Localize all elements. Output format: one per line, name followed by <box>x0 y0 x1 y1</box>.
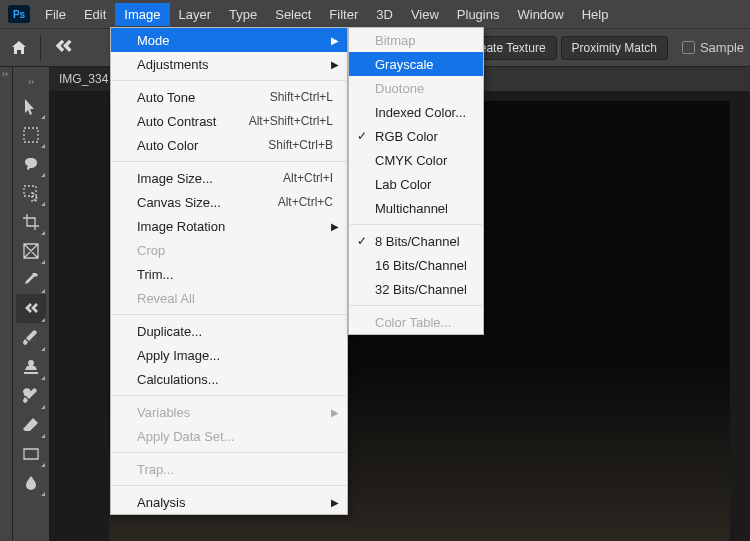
menu-plugins[interactable]: Plugins <box>448 3 509 26</box>
image-menu-auto-tone[interactable]: Auto ToneShift+Ctrl+L <box>111 85 347 109</box>
menu-item-shortcut: Alt+Shift+Ctrl+L <box>249 114 333 128</box>
image-menu-adjustments[interactable]: Adjustments▶ <box>111 52 347 76</box>
image-menu-crop: Crop <box>111 238 347 262</box>
menu-item-label: Variables <box>137 405 333 420</box>
image-menu-apply-image[interactable]: Apply Image... <box>111 343 347 367</box>
menu-item-label: 8 Bits/Channel <box>375 234 469 249</box>
menu-item-label: Color Table... <box>375 315 469 330</box>
menu-item-label: Canvas Size... <box>137 195 278 210</box>
image-menu-image-size[interactable]: Image Size...Alt+Ctrl+I <box>111 166 347 190</box>
mode-menu-16-bits-channel[interactable]: 16 Bits/Channel <box>349 253 483 277</box>
menu-item-label: Trap... <box>137 462 333 477</box>
image-menu-calculations[interactable]: Calculations... <box>111 367 347 391</box>
mode-menu-rgb-color[interactable]: ✓RGB Color <box>349 124 483 148</box>
image-menu-auto-contrast[interactable]: Auto ContrastAlt+Shift+Ctrl+L <box>111 109 347 133</box>
tool-eraser[interactable] <box>16 410 46 439</box>
submenu-arrow-icon: ▶ <box>331 407 339 418</box>
tool-stamp[interactable] <box>16 352 46 381</box>
tool-healing[interactable] <box>16 294 46 323</box>
image-menu-analysis[interactable]: Analysis▶ <box>111 490 347 514</box>
check-icon: ✓ <box>357 129 367 143</box>
menu-item-label: Trim... <box>137 267 333 282</box>
mode-menu-multichannel[interactable]: Multichannel <box>349 196 483 220</box>
sample-checkbox[interactable]: Sample <box>682 40 744 55</box>
menu-item-label: Grayscale <box>375 57 469 72</box>
chevron-right-icon: ›› <box>28 77 34 87</box>
mode-menu-8-bits-channel[interactable]: ✓8 Bits/Channel <box>349 229 483 253</box>
chevron-right-icon: ›› <box>0 67 12 81</box>
image-menu-canvas-size[interactable]: Canvas Size...Alt+Ctrl+C <box>111 190 347 214</box>
menu-file[interactable]: File <box>36 3 75 26</box>
menu-help[interactable]: Help <box>573 3 618 26</box>
menu-item-label: 16 Bits/Channel <box>375 258 469 273</box>
menu-separator <box>350 305 482 306</box>
image-menu-dropdown: Mode▶Adjustments▶Auto ToneShift+Ctrl+LAu… <box>110 27 348 515</box>
menu-item-label: Apply Image... <box>137 348 333 363</box>
menu-item-label: Lab Color <box>375 177 469 192</box>
menu-item-label: Auto Color <box>137 138 268 153</box>
tool-blur[interactable] <box>16 468 46 497</box>
menu-filter[interactable]: Filter <box>320 3 367 26</box>
ps-app-icon: Ps <box>8 5 30 23</box>
menu-edit[interactable]: Edit <box>75 3 115 26</box>
menu-item-label: Calculations... <box>137 372 333 387</box>
tool-move[interactable] <box>16 91 46 120</box>
menu-item-label: Analysis <box>137 495 333 510</box>
tool-crop[interactable] <box>16 207 46 236</box>
menu-3d[interactable]: 3D <box>367 3 402 26</box>
mode-submenu-dropdown: BitmapGrayscaleDuotoneIndexed Color...✓R… <box>348 27 484 335</box>
mode-menu-cmyk-color[interactable]: CMYK Color <box>349 148 483 172</box>
menu-item-shortcut: Alt+Ctrl+I <box>283 171 333 185</box>
menu-item-label: Auto Tone <box>137 90 270 105</box>
tool-palette: ›› <box>13 67 49 541</box>
menu-image[interactable]: Image <box>115 3 169 26</box>
menu-view[interactable]: View <box>402 3 448 26</box>
menu-item-shortcut: Shift+Ctrl+L <box>270 90 333 104</box>
image-menu-duplicate[interactable]: Duplicate... <box>111 319 347 343</box>
menu-item-label: 32 Bits/Channel <box>375 282 469 297</box>
tool-brush[interactable] <box>16 323 46 352</box>
menu-layer[interactable]: Layer <box>170 3 221 26</box>
menu-item-label: Multichannel <box>375 201 469 216</box>
menu-separator <box>112 485 346 486</box>
mode-menu-lab-color[interactable]: Lab Color <box>349 172 483 196</box>
menu-item-label: Apply Data Set... <box>137 429 333 444</box>
menu-separator <box>112 314 346 315</box>
current-tool-preview[interactable] <box>49 36 79 60</box>
image-menu-auto-color[interactable]: Auto ColorShift+Ctrl+B <box>111 133 347 157</box>
menu-item-label: CMYK Color <box>375 153 469 168</box>
tool-gradient[interactable] <box>16 439 46 468</box>
menu-window[interactable]: Window <box>508 3 572 26</box>
menu-separator <box>112 80 346 81</box>
mode-menu-indexed-color[interactable]: Indexed Color... <box>349 100 483 124</box>
tool-lasso[interactable] <box>16 149 46 178</box>
sample-label: Sample <box>700 40 744 55</box>
image-menu-mode[interactable]: Mode▶ <box>111 28 347 52</box>
mode-menu-32-bits-channel[interactable]: 32 Bits/Channel <box>349 277 483 301</box>
menu-item-label: Reveal All <box>137 291 333 306</box>
menu-type[interactable]: Type <box>220 3 266 26</box>
tool-history-brush[interactable] <box>16 381 46 410</box>
image-menu-trim[interactable]: Trim... <box>111 262 347 286</box>
menu-item-label: RGB Color <box>375 129 469 144</box>
submenu-arrow-icon: ▶ <box>331 221 339 232</box>
tool-frame[interactable] <box>16 236 46 265</box>
mode-menu-color-table: Color Table... <box>349 310 483 334</box>
tool-eyedropper[interactable] <box>16 265 46 294</box>
menu-item-label: Duotone <box>375 81 469 96</box>
menu-select[interactable]: Select <box>266 3 320 26</box>
proximity-match-button[interactable]: Proximity Match <box>561 36 668 60</box>
document-tab[interactable]: IMG_334 <box>49 67 119 91</box>
image-menu-image-rotation[interactable]: Image Rotation▶ <box>111 214 347 238</box>
menu-item-label: Adjustments <box>137 57 333 72</box>
image-menu-trap: Trap... <box>111 457 347 481</box>
submenu-arrow-icon: ▶ <box>331 59 339 70</box>
panel-collapse-rail[interactable]: ›› <box>0 67 13 541</box>
menu-separator <box>112 161 346 162</box>
mode-menu-grayscale[interactable]: Grayscale <box>349 52 483 76</box>
home-icon[interactable] <box>6 35 32 61</box>
menu-item-shortcut: Shift+Ctrl+B <box>268 138 333 152</box>
tool-object-select[interactable] <box>16 178 46 207</box>
mode-menu-bitmap: Bitmap <box>349 28 483 52</box>
tool-marquee[interactable] <box>16 120 46 149</box>
